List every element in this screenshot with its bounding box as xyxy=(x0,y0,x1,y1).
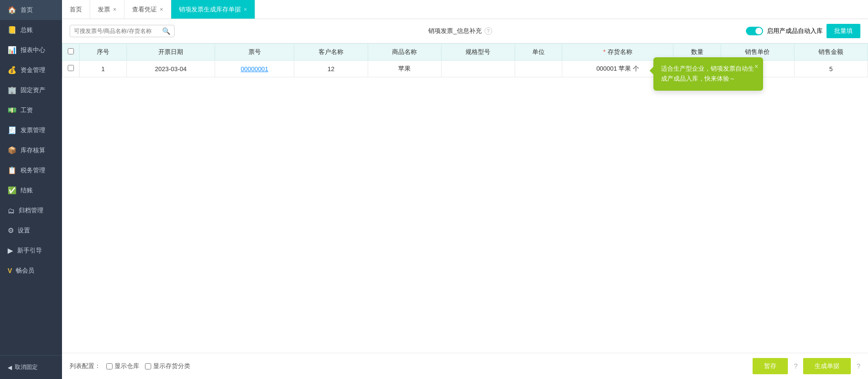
save-button[interactable]: 暂存 xyxy=(753,358,788,374)
funds-icon: 💰 xyxy=(8,66,17,74)
sidebar-item-tax[interactable]: 📋 税务管理 xyxy=(0,160,62,180)
sidebar-item-label: 库存核算 xyxy=(21,146,45,155)
sidebar-item-label: 税务管理 xyxy=(21,166,45,175)
row-spec xyxy=(441,61,515,77)
show-category-label[interactable]: 显示存货分类 xyxy=(145,362,190,370)
archive-icon: 🗂 xyxy=(8,207,15,215)
sidebar-item-label: 工资 xyxy=(21,106,33,115)
member-icon: V xyxy=(8,267,12,274)
row-product: 苹果 xyxy=(368,61,441,77)
row-ticket-no[interactable]: 00000001 xyxy=(215,61,294,77)
tab-view-voucher-close[interactable]: × xyxy=(160,6,163,13)
show-warehouse-label[interactable]: 显示仓库 xyxy=(106,362,139,370)
sidebar-bottom: ◀ 取消固定 xyxy=(0,355,62,379)
sidebar-item-label: 报表中心 xyxy=(21,46,45,54)
sidebar-item-label: 固定资产 xyxy=(21,86,45,95)
sidebar-item-funds[interactable]: 💰 资金管理 xyxy=(0,60,62,80)
tooltip-popup: × 适合生产型企业，销项发票自动生成产成品入库，快来体验～ xyxy=(653,57,763,91)
list-config: 列表配置： 显示仓库 显示存货分类 xyxy=(70,362,190,370)
sidebar-item-home[interactable]: 🏠 首页 xyxy=(0,0,62,20)
sidebar-item-settings[interactable]: ⚙ 设置 xyxy=(0,221,62,241)
bottom-actions: 暂存 ? 生成单据 ? xyxy=(753,358,860,374)
sidebar-item-label: 结账 xyxy=(21,186,33,195)
tab-home-label: 首页 xyxy=(70,5,82,14)
info-help-icon[interactable]: ? xyxy=(485,27,492,35)
toolbar-right: 启用产成品自动入库 批量填 xyxy=(746,24,860,38)
sidebar-item-guide[interactable]: ▶ 新手引导 xyxy=(0,241,62,261)
th-customer: 客户名称 xyxy=(294,44,368,61)
tab-view-voucher[interactable]: 查看凭证 × xyxy=(124,0,171,19)
auto-warehouse-toggle[interactable] xyxy=(746,27,763,35)
tab-sale-invoice-warehouse[interactable]: 销项发票生成库存单据 × xyxy=(171,0,255,19)
tab-invoice-label: 发票 xyxy=(98,5,110,14)
reports-icon: 📊 xyxy=(8,46,17,54)
th-spec: 规格型号 xyxy=(441,44,515,61)
select-all-checkbox[interactable] xyxy=(68,48,74,54)
show-category-checkbox[interactable] xyxy=(145,363,151,369)
save-help-icon[interactable]: ? xyxy=(794,362,797,370)
sidebar: 🏠 首页 📒 总账 📊 报表中心 💰 资金管理 🏢 固定资产 💵 工资 🧾 发票… xyxy=(0,0,62,379)
th-seq: 序号 xyxy=(80,44,127,61)
batch-fill-button[interactable]: 批量填 xyxy=(827,24,860,38)
row-amount: 5 xyxy=(794,61,868,77)
th-checkbox xyxy=(62,44,80,61)
cancel-fixed-button[interactable]: ◀ 取消固定 xyxy=(0,359,62,375)
tax-icon: 📋 xyxy=(8,166,17,175)
sidebar-item-archive[interactable]: 🗂 归档管理 xyxy=(0,200,62,221)
tab-home[interactable]: 首页 xyxy=(62,0,90,19)
sidebar-item-reports[interactable]: 📊 报表中心 xyxy=(0,40,62,60)
config-label: 列表配置： xyxy=(70,362,101,370)
sidebar-item-label: 畅会员 xyxy=(16,266,34,275)
row-checkbox-cell[interactable] xyxy=(62,61,80,77)
row-unit xyxy=(515,61,562,77)
settings-icon: ⚙ xyxy=(8,226,14,235)
payroll-icon: 💵 xyxy=(8,106,17,115)
sidebar-item-inventory[interactable]: 📦 库存核算 xyxy=(0,140,62,160)
sidebar-item-member[interactable]: V 畅会员 xyxy=(0,261,62,281)
show-warehouse-checkbox[interactable] xyxy=(106,363,113,369)
closing-icon: ✅ xyxy=(8,186,17,195)
tab-view-voucher-label: 查看凭证 xyxy=(132,5,157,14)
sidebar-item-label: 新手引导 xyxy=(17,246,42,255)
tooltip-close-button[interactable]: × xyxy=(754,61,758,72)
fixed-assets-icon: 🏢 xyxy=(8,86,17,95)
sidebar-item-invoice-mgmt[interactable]: 🧾 发票管理 xyxy=(0,120,62,140)
row-seq: 1 xyxy=(80,61,127,77)
sidebar-item-ledger[interactable]: 📒 总账 xyxy=(0,20,62,40)
tab-sale-invoice-warehouse-label: 销项发票生成库存单据 xyxy=(179,5,241,14)
row-date: 2023-03-04 xyxy=(127,61,215,77)
generate-help-icon[interactable]: ? xyxy=(857,362,860,370)
sidebar-item-closing[interactable]: ✅ 结账 xyxy=(0,180,62,200)
inventory-icon: 📦 xyxy=(8,146,17,155)
info-label: 销项发票_信息补充 xyxy=(428,27,481,35)
tab-invoice-close[interactable]: × xyxy=(113,6,116,13)
tooltip-text: 适合生产型企业，销项发票自动生成产成品入库，快来体验～ xyxy=(661,65,754,82)
sidebar-item-label: 发票管理 xyxy=(21,126,45,135)
th-ticket-no: 票号 xyxy=(215,44,294,61)
row-customer: 12 xyxy=(294,61,368,77)
toolbar-center: 销项发票_信息补充 ? xyxy=(180,27,740,35)
generate-button[interactable]: 生成单据 xyxy=(803,358,851,374)
tab-invoice[interactable]: 发票 × xyxy=(90,0,124,19)
search-box[interactable]: 🔍 xyxy=(70,25,175,37)
row-checkbox[interactable] xyxy=(68,65,74,71)
toggle-label: 启用产成品自动入库 xyxy=(767,27,823,35)
sidebar-item-label: 资金管理 xyxy=(21,66,45,74)
guide-icon: ▶ xyxy=(8,246,13,255)
tab-bar: 首页 发票 × 查看凭证 × 销项发票生成库存单据 × xyxy=(62,0,868,19)
search-input[interactable] xyxy=(74,28,159,34)
bottom-bar: 列表配置： 显示仓库 显示存货分类 暂存 ? 生成单据 ? xyxy=(62,353,868,379)
th-date: 开票日期 xyxy=(127,44,215,61)
ledger-icon: 📒 xyxy=(8,26,17,34)
sidebar-item-label: 归档管理 xyxy=(19,206,43,215)
th-product: 商品名称 xyxy=(368,44,441,61)
sidebar-item-fixed-assets[interactable]: 🏢 固定资产 xyxy=(0,80,62,100)
th-unit: 单位 xyxy=(515,44,562,61)
toolbar: 🔍 销项发票_信息补充 ? 启用产成品自动入库 批量填 xyxy=(62,19,868,43)
sidebar-item-label: 总账 xyxy=(21,26,33,34)
cancel-fixed-icon: ◀ xyxy=(8,364,12,371)
home-icon: 🏠 xyxy=(8,6,17,14)
tab-sale-invoice-warehouse-close[interactable]: × xyxy=(244,6,247,13)
sidebar-item-payroll[interactable]: 💵 工资 xyxy=(0,100,62,120)
search-icon: 🔍 xyxy=(162,27,170,35)
